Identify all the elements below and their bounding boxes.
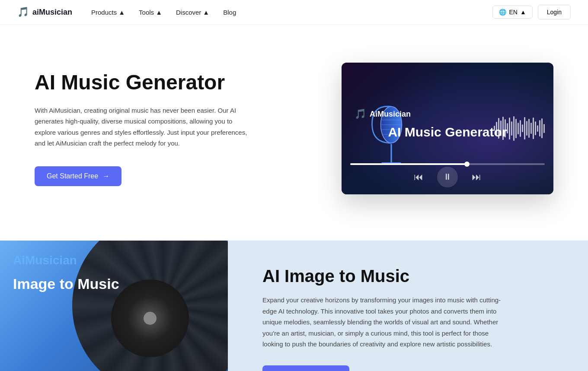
rewind-button[interactable]: ⏮ [414, 171, 423, 183]
waveform-bar [528, 119, 530, 137]
waveform-bar [543, 124, 545, 133]
arrow-right-icon: → [102, 172, 109, 180]
waveform-bar [515, 119, 517, 138]
hero-cta-button[interactable]: Get Started Free → [35, 166, 121, 186]
waveform-bar [509, 117, 510, 140]
hero-title: AI Music Generator [35, 70, 251, 94]
waveform-bar [498, 118, 499, 139]
waveform-bar [505, 119, 506, 137]
waveform-bar [541, 118, 543, 139]
media-title: AI Music Generator [388, 125, 507, 140]
waveform-bar [537, 125, 538, 132]
nav-discover[interactable]: Discover ▲ [171, 6, 214, 19]
waveform-bar [511, 121, 512, 136]
section-description: Expand your creative horizons by transfo… [262, 295, 505, 350]
vinyl-center [144, 312, 157, 325]
image-brand-text: AiMusician [13, 254, 77, 267]
navbar: 🎵 aiMusician Products ▲ Tools ▲ Discover… [0, 0, 588, 25]
language-selector[interactable]: 🌐 EN ▲ [492, 6, 532, 19]
progress-bar-container [350, 163, 545, 165]
waveform-bar [524, 117, 525, 140]
chevron-down-icon: ▲ [156, 9, 162, 16]
image-section-subtitle: Image to Music [13, 275, 119, 293]
waveform [494, 115, 545, 141]
globe-icon: 🌐 [499, 9, 506, 16]
nav-links: Products ▲ Tools ▲ Discover ▲ Blog [86, 6, 241, 19]
waveform-bar [539, 120, 540, 136]
progress-track [350, 163, 545, 165]
waveform-bar [513, 116, 514, 141]
waveform-bar [522, 124, 523, 132]
section-cta-button[interactable]: Get Started Free → [262, 365, 349, 371]
hero-text-block: AI Music Generator With AiMusician, crea… [35, 70, 251, 186]
waveform-bar [520, 120, 521, 137]
hero-media-card: 🎵 AiMusician AI Music Generator [342, 63, 553, 194]
chevron-down-icon: ▲ [118, 9, 125, 16]
cta-label: Get Started Free [47, 172, 98, 180]
section-text-block: AI Image to Music Expand your creative h… [228, 241, 588, 371]
chevron-down-icon: ▲ [203, 9, 209, 16]
nav-blog[interactable]: Blog [218, 6, 241, 19]
media-controls: ⏮ ⏸ ⏭ [342, 167, 553, 187]
progress-fill [350, 163, 467, 165]
nav-products[interactable]: Products ▲ [86, 6, 130, 19]
play-pause-button[interactable]: ⏸ [437, 167, 458, 187]
waveform-bar [496, 122, 497, 135]
hero-section: AI Music Generator With AiMusician, crea… [0, 25, 588, 241]
progress-dot [464, 162, 470, 167]
language-label: EN [509, 9, 517, 16]
waveform-bar [530, 123, 532, 133]
media-brand-icon: 🎵 [355, 108, 366, 120]
waveform-bar [533, 117, 534, 139]
waveform-bar [507, 123, 508, 133]
section-title: AI Image to Music [262, 266, 553, 286]
forward-button[interactable]: ⏭ [472, 171, 481, 183]
logo[interactable]: 🎵 aiMusician [17, 6, 72, 18]
waveform-bar [500, 120, 502, 136]
login-button[interactable]: Login [538, 5, 571, 19]
waveform-bar [494, 126, 495, 131]
waveform-bar [518, 123, 519, 134]
brand-name: aiMusician [32, 8, 72, 17]
waveform-bar [502, 117, 504, 140]
section-image-block: AiMusician Image to Music [0, 241, 228, 371]
image-to-music-section: AiMusician Image to Music AI Image to Mu… [0, 241, 588, 371]
waveform-bar [535, 121, 536, 135]
waveform-bar [526, 121, 527, 136]
logo-icon: 🎵 [17, 6, 29, 18]
media-brand-label: 🎵 AiMusician [350, 108, 411, 120]
nav-tools[interactable]: Tools ▲ [134, 6, 167, 19]
hero-description: With AiMusician, creating original music… [35, 105, 251, 149]
chevron-up-icon: ▲ [520, 9, 526, 16]
